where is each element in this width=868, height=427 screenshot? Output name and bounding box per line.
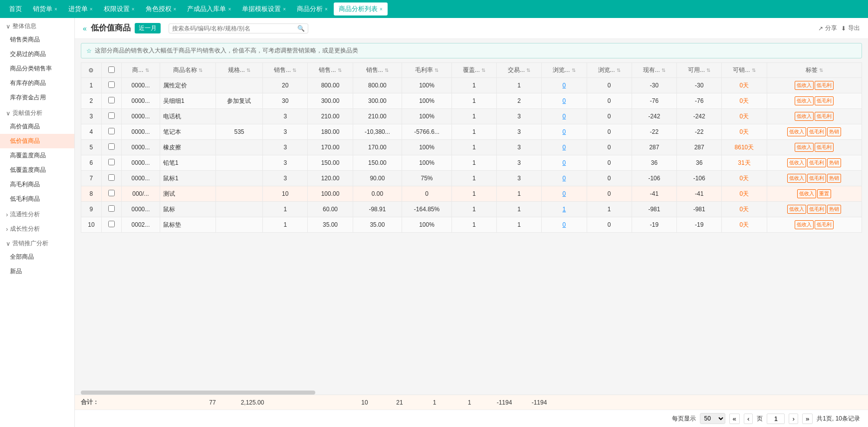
sidebar-section-growth[interactable]: › 成长性分析 xyxy=(0,221,74,235)
nav-permissions-close[interactable]: × xyxy=(132,6,135,12)
row-select-checkbox[interactable] xyxy=(108,81,115,88)
row-select-checkbox[interactable] xyxy=(108,112,115,119)
page-last-btn[interactable]: » xyxy=(802,414,813,424)
view-link[interactable]: 0 xyxy=(563,82,566,89)
row-checkbox[interactable] xyxy=(101,93,121,109)
nav-production-close[interactable]: × xyxy=(228,6,231,12)
sidebar-item-sales-goods[interactable]: 销售类商品 xyxy=(0,32,74,47)
row-view1[interactable]: 0 xyxy=(542,171,587,186)
page-prev-btn[interactable]: ‹ xyxy=(744,414,753,424)
row-view1[interactable]: 0 xyxy=(542,140,587,155)
page-next-btn[interactable]: › xyxy=(789,414,798,424)
row-checkbox[interactable] xyxy=(101,186,121,202)
row-view1[interactable]: 0 xyxy=(542,109,587,124)
sidebar-section-marketing[interactable]: ∨ 营销推广分析 xyxy=(0,235,74,250)
sidebar-item-all-goods[interactable]: 全部商品 xyxy=(0,250,74,264)
view-link[interactable]: 0 xyxy=(563,128,566,135)
page-input[interactable] xyxy=(767,414,785,424)
col-sales-amt[interactable]: 销售... ⇅ xyxy=(308,63,353,78)
row-checkbox[interactable] xyxy=(101,155,121,171)
col-sales-amt2[interactable]: 销售... ⇅ xyxy=(353,63,402,78)
row-view1[interactable]: 0 xyxy=(542,186,587,202)
nav-sales[interactable]: 销货单× xyxy=(28,2,62,15)
col-stock2[interactable]: 可用... ⇅ xyxy=(677,63,722,78)
row-select-checkbox[interactable] xyxy=(108,174,115,181)
col-settings[interactable]: ⚙ xyxy=(81,63,102,78)
row-checkbox[interactable] xyxy=(101,171,121,186)
row-select-checkbox[interactable] xyxy=(108,128,115,134)
sidebar-item-new-goods[interactable]: 新品 xyxy=(0,264,74,279)
nav-purchase[interactable]: 进货单× xyxy=(63,2,98,15)
search-icon[interactable]: 🔍 xyxy=(297,25,305,32)
col-stock3[interactable]: 可销... ⇅ xyxy=(722,63,767,78)
row-view1[interactable]: 0 xyxy=(542,78,587,93)
col-tags[interactable]: 标签 ⇅ xyxy=(767,63,862,78)
scrollbar-thumb[interactable] xyxy=(81,391,315,395)
nav-purchase-close[interactable]: × xyxy=(90,6,93,12)
row-checkbox[interactable] xyxy=(101,78,121,93)
view-link[interactable]: 1 xyxy=(563,206,566,213)
col-checkbox[interactable] xyxy=(101,63,121,78)
col-coverage[interactable]: 覆盖... ⇅ xyxy=(451,63,496,78)
nav-goods-analysis-list-close[interactable]: × xyxy=(380,6,383,12)
nav-goods-analysis-close[interactable]: × xyxy=(325,6,328,12)
view-link[interactable]: 0 xyxy=(563,159,566,166)
row-view1[interactable]: 0 xyxy=(542,217,587,233)
select-all-checkbox[interactable] xyxy=(108,66,115,73)
export-button[interactable]: ⬇ 导出 xyxy=(841,24,860,32)
sidebar-item-high-margin[interactable]: 高毛利商品 xyxy=(0,177,74,192)
row-checkbox[interactable] xyxy=(101,202,121,217)
col-spec[interactable]: 规格... ⇅ xyxy=(216,63,262,78)
row-view1[interactable]: 0 xyxy=(542,155,587,171)
sidebar-item-low-coverage[interactable]: 低覆盖度商品 xyxy=(0,163,74,177)
view-link[interactable]: 0 xyxy=(563,144,566,151)
view-link[interactable]: 0 xyxy=(563,190,566,197)
nav-template[interactable]: 单据模板设置× xyxy=(237,2,291,15)
sidebar-item-traded-goods[interactable]: 交易过的商品 xyxy=(0,47,74,61)
sidebar-item-low-value[interactable]: 低价值商品 xyxy=(0,134,74,148)
nav-production[interactable]: 产成品入库单× xyxy=(182,2,236,15)
view-link[interactable]: 0 xyxy=(563,113,566,120)
share-button[interactable]: ↗ 分享 xyxy=(818,24,837,32)
col-name[interactable]: 商品名称 ⇅ xyxy=(160,63,216,78)
row-checkbox[interactable] xyxy=(101,124,121,140)
gear-icon[interactable]: ⚙ xyxy=(88,67,94,74)
search-input[interactable] xyxy=(172,25,297,32)
sidebar-item-category-rate[interactable]: 商品分类销售率 xyxy=(0,61,74,76)
nav-roles[interactable]: 角色授权× xyxy=(141,2,182,15)
col-qty[interactable]: 销售... ⇅ xyxy=(263,63,308,78)
row-select-checkbox[interactable] xyxy=(108,205,115,212)
view-link[interactable]: 0 xyxy=(563,221,566,228)
row-checkbox[interactable] xyxy=(101,217,121,233)
sidebar-item-high-value[interactable]: 高价值商品 xyxy=(0,119,74,134)
view-link[interactable]: 0 xyxy=(563,97,566,104)
sidebar-item-stocked-goods[interactable]: 有库存的商品 xyxy=(0,76,74,90)
page-size-select[interactable]: 50 100 200 xyxy=(700,413,725,424)
horizontal-scrollbar[interactable] xyxy=(81,391,862,395)
sidebar-section-circulation[interactable]: › 流通性分析 xyxy=(0,206,74,221)
row-view1[interactable]: 0 xyxy=(542,93,587,109)
row-view1[interactable]: 0 xyxy=(542,124,587,140)
row-select-checkbox[interactable] xyxy=(108,221,115,227)
nav-sales-close[interactable]: × xyxy=(54,6,57,12)
nav-goods-analysis[interactable]: 商品分析× xyxy=(292,2,333,15)
nav-template-close[interactable]: × xyxy=(283,6,286,12)
col-view1[interactable]: 浏览... ⇅ xyxy=(542,63,587,78)
sidebar-item-low-margin[interactable]: 低毛利商品 xyxy=(0,192,74,206)
nav-permissions[interactable]: 权限设置× xyxy=(99,2,140,15)
nav-home[interactable]: 首页 xyxy=(4,2,27,15)
row-select-checkbox[interactable] xyxy=(108,143,115,150)
row-select-checkbox[interactable] xyxy=(108,159,115,165)
col-transaction[interactable]: 交易... ⇅ xyxy=(497,63,542,78)
row-checkbox[interactable] xyxy=(101,109,121,124)
nav-roles-close[interactable]: × xyxy=(174,6,177,12)
nav-goods-analysis-list[interactable]: 商品分析列表× xyxy=(334,2,388,15)
col-margin[interactable]: 毛利率 ⇅ xyxy=(402,63,452,78)
page-first-btn[interactable]: « xyxy=(729,414,740,424)
sidebar-collapse-icon[interactable]: « xyxy=(83,24,87,32)
row-checkbox[interactable] xyxy=(101,140,121,155)
sidebar-item-stock-funds[interactable]: 库存资金占用 xyxy=(0,90,74,105)
row-select-checkbox[interactable] xyxy=(108,190,115,196)
sidebar-section-general[interactable]: ∨ 整体信息 xyxy=(0,18,74,32)
sidebar-section-contribution[interactable]: ∨ 贡献值分析 xyxy=(0,105,74,119)
